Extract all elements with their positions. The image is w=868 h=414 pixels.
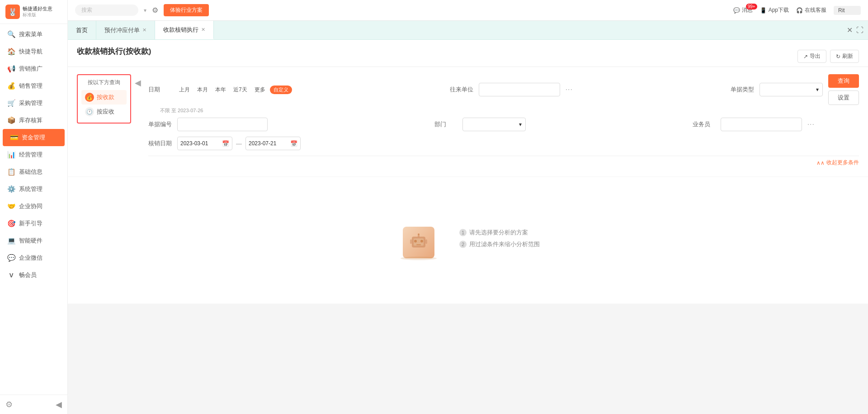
receipt-option-icon: 💰 [85, 93, 94, 102]
sidebar-item-label: 企业协同 [19, 202, 42, 210]
filter-by-receipt-label: 按收款 [97, 93, 114, 101]
tabbar: 首页 预付冲应付单 ✕ 收款核销执行 ✕ ✕ ⛶ [68, 21, 868, 40]
filter-by-receivable[interactable]: 🕐 按应收 [81, 105, 127, 119]
sidebar-item-quicknav[interactable]: 🏠 快捷导航 [0, 43, 67, 60]
date-separator: — [236, 140, 242, 147]
setting-btn[interactable]: 设置 [828, 90, 859, 105]
filter-by-receipt[interactable]: 💰 按收款 [81, 90, 127, 105]
empty-illustration [396, 213, 441, 258]
svg-point-6 [418, 233, 420, 235]
date-tab-last-month[interactable]: 上月 [176, 85, 193, 95]
guide-icon: 🎯 [7, 219, 15, 228]
export-btn[interactable]: ↗ 导出 [797, 50, 826, 63]
topbar-user[interactable]: Rit [834, 6, 861, 15]
filter-sidebar-toggle[interactable]: ◀ [135, 74, 141, 88]
svg-point-2 [414, 240, 417, 243]
sidebar-item-label: 资金管理 [22, 133, 45, 142]
service-label: 在线客服 [805, 6, 826, 14]
sidebar-item-wechat[interactable]: 💬 企业微信 [0, 249, 67, 266]
svg-point-3 [420, 240, 423, 243]
sidebar-item-inventory[interactable]: 📦 库存核算 [0, 112, 67, 129]
counterpart-more-icon[interactable]: ··· [566, 86, 573, 94]
dept-select[interactable]: ▾ [462, 118, 526, 131]
writeoff-start-input[interactable] [180, 140, 220, 147]
sidebar-item-label: 系统管理 [19, 185, 42, 193]
topbar-service[interactable]: 🎧 在线客服 [796, 6, 826, 14]
filter-section: 按以下方查询 💰 按收款 🕐 按应收 ◀ [68, 67, 868, 176]
topbar-message[interactable]: 💬 消息 99+ [733, 6, 753, 14]
topbar-gear-icon[interactable]: ⚙ [152, 6, 158, 14]
date-tab-this-year[interactable]: 本年 [212, 85, 229, 95]
app-name: 畅捷通好生意 [23, 5, 52, 12]
chevron-down-icon: ▾ [519, 121, 522, 128]
filter-layout: 按以下方查询 💰 按收款 🕐 按应收 ◀ [77, 74, 859, 169]
writeoff-start-wrap: 📅 [177, 137, 232, 150]
tab-prepay[interactable]: 预付冲应付单 ✕ [96, 21, 155, 39]
sidebar: 🐰 畅捷通好生意 标准版 🔍 搜索菜单 🏠 快捷导航 📢 营销推广 💰 销售管理… [0, 0, 68, 414]
refresh-label: 刷新 [842, 52, 853, 60]
date-tab-7days[interactable]: 近7天 [231, 85, 250, 95]
app-label: App下载 [769, 6, 789, 14]
staff-more-icon[interactable]: ··· [807, 120, 815, 128]
calendar-start-icon[interactable]: 📅 [222, 140, 229, 147]
topbar-app-download[interactable]: 📱 App下载 [760, 6, 789, 14]
action-buttons: 查询 设置 [828, 74, 859, 105]
sidebar-bottom: ⚙ ◀ [0, 395, 67, 414]
sidebar-item-member[interactable]: V 畅会员 [0, 266, 67, 284]
sidebar-item-search[interactable]: 🔍 搜索菜单 [0, 26, 67, 43]
counterpart-label: 往来单位 [450, 86, 473, 94]
doc-type-select[interactable]: ▾ [760, 83, 823, 96]
collapse-more-btn[interactable]: ∧∧ 收起更多条件 [816, 159, 859, 167]
collapse-sidebar-icon[interactable]: ◀ [56, 400, 62, 409]
staff-label: 业务员 [693, 120, 715, 128]
wechat-icon: 💬 [7, 254, 15, 262]
operation-icon: 📊 [7, 151, 15, 159]
sidebar-item-enterprise[interactable]: 🤝 企业协同 [0, 198, 67, 215]
sidebar-item-funds[interactable]: 💳 资金管理 [3, 129, 65, 146]
topbar-dropdown-icon[interactable]: ▾ [144, 7, 146, 14]
expand-window-icon[interactable]: ⛶ [856, 26, 863, 34]
sidebar-item-label: 企业微信 [19, 254, 42, 262]
refresh-btn[interactable]: ↻ 刷新 [830, 50, 859, 63]
settings-icon[interactable]: ⚙ [5, 400, 13, 409]
sidebar-item-hardware[interactable]: 💻 智能硬件 [0, 232, 67, 249]
sidebar-item-system[interactable]: ⚙️ 系统管理 [0, 181, 67, 198]
date-tab-this-month[interactable]: 本月 [194, 85, 211, 95]
date-tab-more[interactable]: 更多 [252, 85, 268, 95]
filter-row-2: 单据编号 部门 ▾ 业务员 ··· [148, 118, 859, 131]
empty-box-icon [403, 227, 434, 258]
doc-no-input[interactable] [177, 118, 268, 131]
main-area: 搜索 ▾ ⚙ 体验行业方案 💬 消息 99+ 📱 App下载 🎧 在线客服 Ri… [68, 0, 868, 414]
collapse-bar: ∧∧ 收起更多条件 [148, 156, 859, 169]
sidebar-nav: 🔍 搜索菜单 🏠 快捷导航 📢 营销推广 💰 销售管理 🛒 采购管理 📦 库存核… [0, 24, 67, 395]
close-window-icon[interactable]: ✕ [847, 26, 853, 34]
funds-icon: 💳 [10, 133, 18, 142]
sidebar-item-basic[interactable]: 📋 基础信息 [0, 163, 67, 181]
tab-receipt[interactable]: 收款核销执行 ✕ [155, 21, 214, 39]
purchase-icon: 🛒 [7, 99, 15, 107]
tab-prepay-close-icon[interactable]: ✕ [142, 27, 146, 33]
tabbar-actions: ✕ ⛶ [842, 26, 868, 34]
counterpart-input[interactable] [479, 83, 560, 96]
page-header: 收款核销执行(按收款) ↗ 导出 ↻ 刷新 [68, 40, 868, 67]
sidebar-item-label: 销售管理 [19, 82, 42, 90]
headset-icon: 🎧 [796, 7, 803, 14]
sidebar-item-guide[interactable]: 🎯 新手引导 [0, 215, 67, 232]
calendar-end-icon[interactable]: 📅 [290, 140, 297, 147]
sidebar-item-sales[interactable]: 💰 销售管理 [0, 77, 67, 95]
industry-btn[interactable]: 体验行业方案 [164, 4, 209, 16]
date-tab-custom[interactable]: 自定义 [270, 86, 292, 94]
sidebar-item-purchase[interactable]: 🛒 采购管理 [0, 95, 67, 112]
staff-input[interactable] [721, 118, 802, 131]
sidebar-item-operation[interactable]: 📊 经营管理 [0, 146, 67, 163]
tab-home[interactable]: 首页 [68, 21, 96, 39]
filter-row-3: 核销日期 📅 — 📅 [148, 137, 859, 150]
query-btn[interactable]: 查询 [828, 74, 859, 88]
sidebar-item-label: 新手引导 [19, 219, 42, 228]
robot-svg [407, 231, 430, 254]
tab-receipt-close-icon[interactable]: ✕ [201, 27, 205, 33]
page-title: 收款核销执行(按收款) [77, 46, 151, 61]
empty-tips: 1 请先选择要分析的方案 2 用过滤条件来缩小分析范围 [459, 228, 540, 252]
writeoff-end-input[interactable] [249, 140, 288, 147]
sidebar-item-marketing[interactable]: 📢 营销推广 [0, 60, 67, 77]
